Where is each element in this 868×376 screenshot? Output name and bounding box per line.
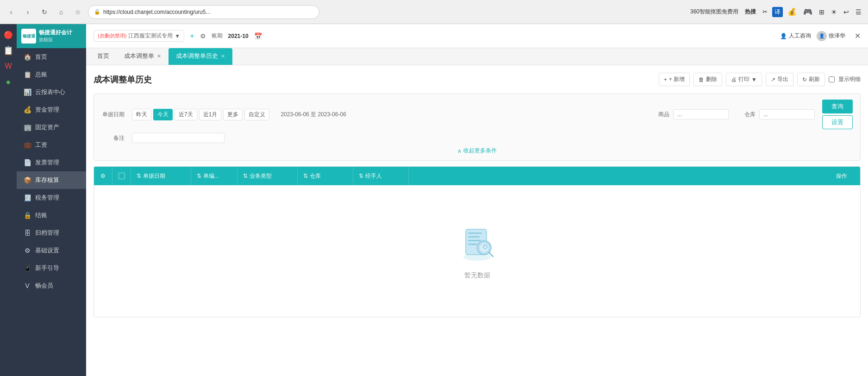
sidebar-item-closing[interactable]: 🔒结账 [17, 207, 86, 224]
sidebar-item-reports[interactable]: 📊云报表中心 [17, 83, 86, 101]
sidebar-icon-home: 🏠 [23, 53, 31, 61]
th-voucher[interactable]: ⇅ 单编... [191, 167, 237, 185]
hot-search-label[interactable]: 热搜 [743, 7, 758, 17]
collapse-button[interactable]: ∧ 收起更多条件 [457, 147, 497, 155]
username-label: 徐泽华 [829, 32, 845, 40]
tab-label: 成本调整单 [124, 52, 154, 60]
sort-asc-icon-3: ⇅ [243, 173, 248, 179]
rail-icon-weibo[interactable]: W [1, 59, 15, 73]
sort-asc-icon-4: ⇅ [303, 173, 308, 179]
translate-icon[interactable]: 译 [772, 7, 783, 17]
app-edition: 旗舰版 [39, 37, 72, 43]
rail-icon-4[interactable]: ● [1, 75, 15, 89]
sidebar-item-funds[interactable]: 💰资金管理 [17, 101, 86, 119]
customer-service[interactable]: 👤 人工咨询 [780, 32, 811, 40]
tab-成本调整单[interactable]: 成本调整单✕ [117, 48, 169, 65]
menu-icon[interactable]: ☰ [854, 7, 863, 17]
forward-button[interactable]: › [21, 6, 34, 19]
new-button[interactable]: + + 新增 [659, 73, 690, 86]
sidebar-label-ledger: 总账 [35, 70, 47, 79]
brightness-icon[interactable]: ☀ [829, 7, 839, 17]
home-button[interactable]: ⌂ [55, 6, 68, 19]
th-action: 操作 [823, 167, 860, 185]
sidebar-label-funds: 资金管理 [35, 106, 59, 114]
dropdown-icon: ▼ [175, 33, 180, 39]
sidebar-item-home[interactable]: 🏠首页 [17, 48, 86, 66]
sidebar-nav: 🏠首页📋总账📊云报表中心💰资金管理🏢固定资产💼工资📄发票管理📦库存核算🧾税务管理… [17, 48, 86, 376]
export-icon: ↗ [771, 76, 775, 83]
print-button[interactable]: 🖨 打印 ▼ [726, 73, 762, 86]
select-all-checkbox[interactable] [119, 173, 125, 179]
date-btn-自定义[interactable]: 自定义 [244, 109, 269, 120]
scissors-icon[interactable]: ✂ [761, 7, 769, 16]
warehouse-filter-select[interactable]: ... [759, 109, 815, 119]
date-btn-近7天[interactable]: 近7天 [175, 109, 197, 120]
sidebar-icon-settings: ⚙ [23, 247, 31, 254]
undo-icon[interactable]: ↩ [842, 7, 851, 17]
sidebar-item-fixed-assets[interactable]: 🏢固定资产 [17, 119, 86, 136]
calendar-icon[interactable]: 📅 [254, 32, 262, 40]
sidebar-item-salary[interactable]: 💼工资 [17, 136, 86, 154]
rail-icon-1[interactable]: 🔴 [1, 28, 15, 42]
warehouse-filter-label: 仓库 [732, 111, 756, 119]
tab-成本调整单历史[interactable]: 成本调整单历史✕ [169, 48, 232, 65]
goods-filter-select[interactable]: ... [673, 109, 729, 119]
sidebar-item-invoice[interactable]: 📄发票管理 [17, 154, 86, 171]
date-btn-昨天[interactable]: 昨天 [132, 109, 151, 120]
tab-close-1[interactable]: ✕ [157, 53, 161, 59]
sidebar-item-guide[interactable]: 📱新手引导 [17, 259, 86, 277]
game-icon[interactable]: 🎮 [801, 6, 814, 17]
sidebar-icon-tax: 🧾 [23, 194, 31, 201]
th-gear[interactable]: ⚙ [94, 167, 112, 185]
grid-icon[interactable]: ⊞ [817, 7, 826, 17]
settings-icon[interactable]: ⚙ [200, 32, 206, 40]
company-selector[interactable]: (勿删勿禁用) 江西服宝测试专用 ▼ [94, 30, 184, 42]
ssl-icon: 🔒 [94, 9, 100, 15]
add-company-icon[interactable]: + [190, 32, 194, 40]
top-bar: (勿删勿禁用) 江西服宝测试专用 ▼ + ⚙ 账期 2021-10 📅 👤 人工… [86, 24, 868, 48]
sidebar-item-tax[interactable]: 🧾税务管理 [17, 189, 86, 207]
sort-asc-icon-2: ⇅ [197, 173, 201, 179]
export-button[interactable]: ↗ 导出 [766, 73, 793, 86]
sidebar-label-closing: 结账 [35, 211, 47, 219]
remark-filter-input[interactable] [132, 133, 225, 143]
sidebar-item-inventory[interactable]: 📦库存核算 [17, 171, 86, 189]
sidebar-item-ledger[interactable]: 📋总账 [17, 66, 86, 83]
th-warehouse[interactable]: ⇅ 仓库 [298, 167, 353, 185]
sort-asc-icon: ⇅ [137, 173, 141, 179]
back-button[interactable]: ‹ [5, 6, 18, 19]
sidebar-item-archive[interactable]: 🗄归档管理 [17, 224, 86, 242]
main-content: (勿删勿禁用) 江西服宝测试专用 ▼ + ⚙ 账期 2021-10 📅 👤 人工… [86, 24, 868, 376]
delete-button[interactable]: 🗑 删除 [693, 73, 722, 86]
date-btn-今天[interactable]: 今天 [153, 109, 173, 120]
refresh-button[interactable]: ↻ [38, 6, 51, 19]
display-toggle[interactable]: 显示明细 [829, 75, 861, 83]
user-avatar: 👤 [817, 31, 827, 41]
address-bar[interactable]: 🔒 https://cloud.chanjet.com/accounting/u… [88, 5, 319, 19]
date-filter-label: 单据日期 [101, 111, 125, 119]
tab-首页[interactable]: 首页 [90, 48, 117, 65]
sidebar-item-vip[interactable]: V畅会员 [17, 277, 86, 295]
th-biztype[interactable]: ⇅ 业务类型 [237, 167, 298, 185]
period-label: 账期 [212, 32, 223, 40]
th-checkbox[interactable] [112, 167, 131, 185]
sidebar-label-vip: 畅会员 [35, 282, 53, 290]
th-date[interactable]: ⇅ 单据日期 [131, 167, 191, 185]
query-button[interactable]: 查询 [822, 100, 853, 113]
star-button[interactable]: ☆ [71, 6, 84, 19]
top-bar-close[interactable]: ✕ [855, 31, 861, 40]
sidebar-item-settings[interactable]: ⚙基础设置 [17, 242, 86, 259]
user-profile[interactable]: 👤 徐泽华 [817, 31, 845, 41]
date-btn-近1月[interactable]: 近1月 [199, 109, 222, 120]
filter-settings-button[interactable]: 设置 [822, 115, 853, 129]
tab-label: 首页 [97, 52, 109, 60]
search-label[interactable]: 360智能抠图免费用 [688, 7, 740, 17]
rail-icon-2[interactable]: 📋 [1, 44, 15, 57]
date-btn-更多[interactable]: 更多 [223, 109, 243, 120]
wallet-icon[interactable]: 💰 [786, 6, 799, 17]
refresh-button-page[interactable]: ↻ 刷新 [797, 73, 825, 86]
tab-close-2[interactable]: ✕ [221, 53, 225, 59]
sort-asc-icon-5: ⇅ [359, 173, 363, 179]
display-toggle-checkbox[interactable] [829, 76, 835, 82]
th-handler[interactable]: ⇅ 经手人 [353, 167, 409, 185]
